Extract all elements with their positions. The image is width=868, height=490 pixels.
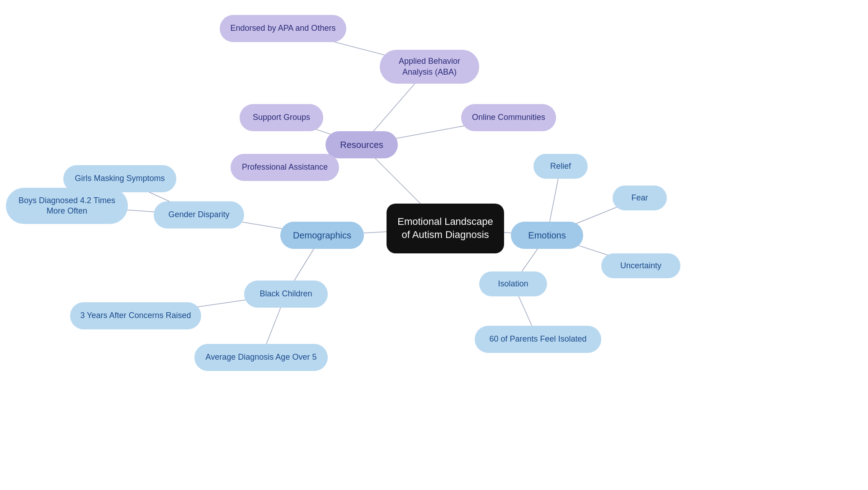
node-resources: Resources (326, 131, 398, 158)
node-demographics: Demographics (280, 222, 364, 249)
node-fear: Fear (613, 186, 667, 210)
node-boys_diagnosed: Boys Diagnosed 4.2 Times More Often (6, 188, 128, 224)
node-online_communities: Online Communities (461, 104, 556, 131)
node-uncertainty: Uncertainty (601, 253, 680, 278)
node-professional: Professional Assistance (231, 154, 339, 181)
node-parents_isolated: 60 of Parents Feel Isolated (475, 326, 601, 353)
node-isolation: Isolation (479, 271, 547, 296)
node-three_years: 3 Years After Concerns Raised (70, 302, 201, 329)
node-relief: Relief (533, 154, 588, 179)
node-center: Emotional Landscape of Autism Diagnosis (387, 204, 504, 253)
node-aba: Applied Behavior Analysis (ABA) (380, 50, 479, 84)
node-black_children: Black Children (244, 281, 328, 308)
node-endorsed: Endorsed by APA and Others (220, 15, 346, 42)
node-support_groups: Support Groups (240, 104, 323, 131)
node-emotions: Emotions (511, 222, 583, 249)
node-gender_disparity: Gender Disparity (154, 201, 244, 228)
node-avg_diagnosis: Average Diagnosis Age Over 5 (194, 344, 328, 371)
